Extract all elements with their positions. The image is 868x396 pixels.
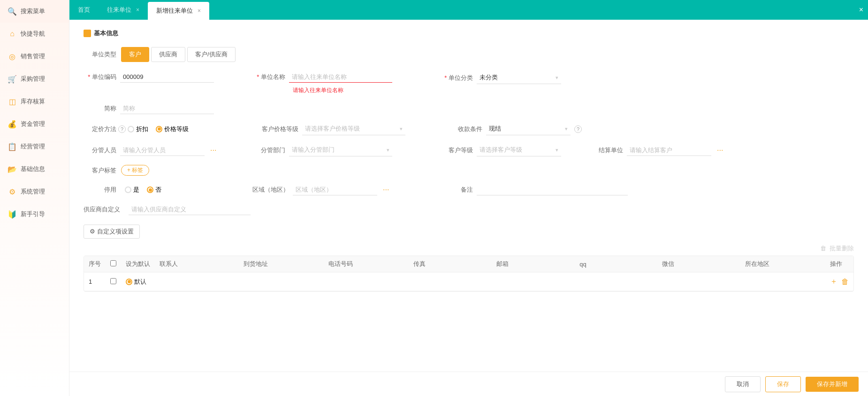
- save-button[interactable]: 保存: [765, 376, 801, 392]
- sidebar-item-quick-nav[interactable]: ⌂ 快捷导航: [0, 23, 69, 45]
- cell-phone[interactable]: [324, 272, 409, 291]
- settlement-more-btn[interactable]: ···: [715, 146, 725, 155]
- custom-settings-area: ⚙ 自定义项设置: [84, 225, 854, 239]
- tab-close-new-partner[interactable]: ×: [198, 8, 201, 14]
- pricing-help-icon[interactable]: ?: [118, 125, 126, 133]
- operations-icon: 📋: [8, 142, 17, 151]
- region-input-cell[interactable]: [745, 276, 821, 287]
- inventory-icon: ◫: [8, 97, 17, 106]
- payment-help-icon[interactable]: ?: [574, 125, 582, 133]
- cell-address[interactable]: [239, 272, 324, 291]
- section-icon: [84, 30, 91, 37]
- disabled-radio-group: 是 否: [125, 186, 161, 194]
- sidebar-item-search[interactable]: 🔍 搜索菜单: [0, 0, 69, 23]
- save-new-button[interactable]: 保存并新增: [806, 377, 859, 392]
- radio-yes[interactable]: 是: [125, 186, 139, 194]
- th-email: 邮箱: [492, 256, 575, 272]
- field-unit-name: 单位名称 请输入往来单位名称: [252, 71, 431, 94]
- add-row-btn[interactable]: ＋: [830, 277, 838, 287]
- customer-price-level-select[interactable]: 请选择客户价格等级 ▾: [302, 123, 405, 135]
- sidebar-item-label: 新手引导: [21, 210, 45, 218]
- department-label: 分管部门: [252, 146, 285, 155]
- sidebar-item-finance[interactable]: 💰 资金管理: [0, 113, 69, 135]
- sidebar-item-inventory[interactable]: ◫ 库存核算: [0, 90, 69, 113]
- supplier-custom-input[interactable]: [129, 204, 251, 215]
- field-unit-code: 单位编码: [84, 71, 243, 83]
- row-code-name-category: 单位编码 单位名称 请输入往来单位名称 单位分类 未分类 ▾: [84, 71, 854, 94]
- contact-input[interactable]: [160, 276, 234, 287]
- tab-new-partner[interactable]: 新增往来单位 ×: [148, 2, 209, 20]
- manager-more-btn[interactable]: ···: [208, 146, 218, 155]
- manager-input[interactable]: [120, 145, 205, 156]
- select-all-checkbox[interactable]: [110, 260, 116, 266]
- radio-discount[interactable]: 折扣: [128, 125, 148, 133]
- radio-default[interactable]: 默认: [126, 278, 150, 286]
- sidebar-item-sales[interactable]: ◎ 销售管理: [0, 45, 69, 68]
- sidebar-item-base[interactable]: 📂 基础信息: [0, 158, 69, 180]
- tags-label: 客户标签: [84, 166, 116, 175]
- close-all-tabs[interactable]: ×: [859, 6, 863, 14]
- custom-settings-btn[interactable]: ⚙ 自定义项设置: [84, 225, 140, 239]
- add-tag-btn[interactable]: + 标签: [121, 165, 149, 176]
- wechat-input[interactable]: [662, 276, 736, 287]
- radio-circle-price-level: [156, 126, 162, 132]
- batch-delete-icon: 🗑: [820, 245, 826, 252]
- short-name-input[interactable]: [120, 103, 214, 114]
- btn-both[interactable]: 客户/供应商: [187, 47, 236, 62]
- chevron-down-icon: ▾: [565, 126, 568, 132]
- region-more-btn[interactable]: ···: [381, 186, 391, 194]
- sidebar-item-system[interactable]: ⚙ 系统管理: [0, 180, 69, 203]
- region-input[interactable]: [293, 184, 377, 195]
- row-checkbox[interactable]: [110, 278, 116, 284]
- unit-name-input[interactable]: [289, 71, 392, 83]
- unit-code-label: 单位编码: [84, 73, 116, 81]
- row-pricing: 定价方法 ? 折扣 价格等级 客户价格等级 请选择客户价格等级: [84, 123, 854, 135]
- sidebar-item-label: 系统管理: [21, 187, 45, 196]
- settlement-unit-input[interactable]: [627, 145, 711, 156]
- sidebar-item-guide[interactable]: 🔰 新手引导: [0, 203, 69, 225]
- cell-fax[interactable]: [409, 272, 492, 291]
- address-input[interactable]: [244, 276, 319, 287]
- sidebar: 🔍 搜索菜单 ⌂ 快捷导航 ◎ 销售管理 🛒 采购管理 ◫ 库存核算 💰 资金管…: [0, 0, 69, 396]
- cancel-button[interactable]: 取消: [725, 376, 761, 392]
- row-short-name: 简称: [84, 103, 854, 114]
- th-region: 所在地区: [740, 256, 825, 272]
- phone-input[interactable]: [328, 276, 404, 287]
- radio-price-level[interactable]: 价格等级: [156, 125, 189, 133]
- sidebar-item-label: 经营管理: [21, 142, 45, 151]
- cell-checkbox[interactable]: [106, 272, 121, 291]
- field-customer-price-level: 客户价格等级 请选择客户价格等级 ▾: [262, 123, 440, 135]
- department-select[interactable]: 请输入分管部门 ▾: [289, 144, 392, 156]
- system-icon: ⚙: [8, 187, 17, 196]
- btn-customer[interactable]: 客户: [121, 47, 149, 62]
- field-remark: 备注: [440, 184, 628, 195]
- tab-home[interactable]: 首页: [69, 0, 99, 20]
- field-short-name: 简称: [84, 103, 243, 114]
- cell-region[interactable]: [740, 272, 825, 291]
- field-manager: 分管人员 ···: [84, 145, 243, 156]
- fax-input[interactable]: [413, 276, 487, 287]
- sidebar-item-operations[interactable]: 📋 经营管理: [0, 135, 69, 158]
- th-checkbox[interactable]: [106, 256, 121, 272]
- cell-contact[interactable]: [155, 272, 239, 291]
- batch-delete-label[interactable]: 批量删除: [830, 245, 854, 252]
- remark-input[interactable]: [477, 184, 628, 195]
- payment-terms-select[interactable]: 现结 ▾: [486, 123, 571, 135]
- email-input[interactable]: [496, 276, 570, 287]
- delete-row-btn[interactable]: 🗑: [841, 278, 849, 286]
- unit-code-input[interactable]: [120, 71, 214, 83]
- cell-qq[interactable]: [575, 272, 657, 291]
- btn-supplier[interactable]: 供应商: [151, 47, 185, 62]
- cell-wechat[interactable]: [657, 272, 740, 291]
- row-disabled: 停用 是 否 区域（地区） ··· 备注: [84, 184, 854, 195]
- radio-no[interactable]: 否: [147, 186, 161, 194]
- payment-terms-label: 收款条件: [449, 125, 482, 133]
- tab-close-partners[interactable]: ×: [136, 7, 139, 13]
- customer-level-select[interactable]: 请选择客户等级 ▾: [477, 144, 561, 156]
- cell-email[interactable]: [492, 272, 575, 291]
- radio-circle-no: [147, 186, 153, 193]
- sidebar-item-purchase[interactable]: 🛒 采购管理: [0, 68, 69, 90]
- tab-partners[interactable]: 往来单位 ×: [99, 0, 148, 20]
- qq-input[interactable]: [579, 276, 652, 287]
- unit-category-select[interactable]: 未分类 ▾: [477, 71, 561, 84]
